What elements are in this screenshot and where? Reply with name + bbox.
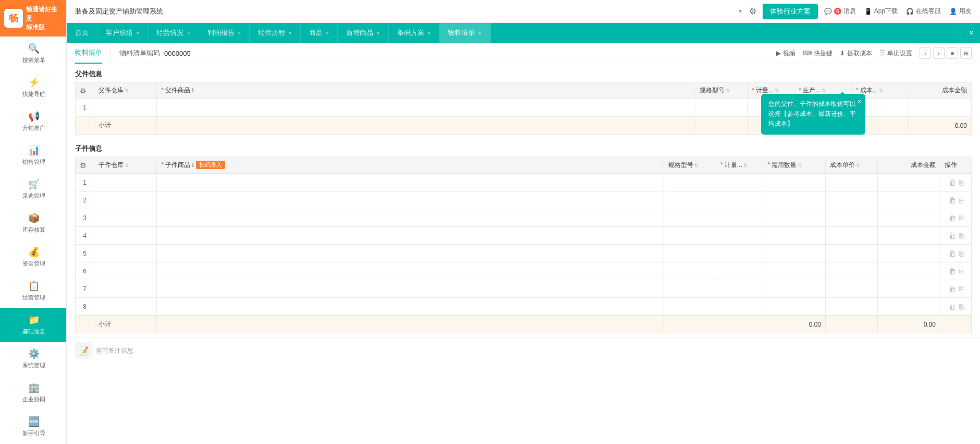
parent-row-product[interactable] [157, 99, 695, 117]
tab-close-customers[interactable]: × [136, 30, 139, 36]
child-row-cost-unit[interactable] [826, 262, 878, 280]
child-row-warehouse[interactable] [94, 262, 157, 280]
parent-product-info-icon[interactable]: ℹ [192, 87, 194, 93]
sidebar-item-search[interactable]: 🔍 搜索菜单 [0, 37, 66, 70]
delete-icon[interactable]: 🗑 [949, 285, 956, 293]
tab-products[interactable]: 商品 × [301, 23, 338, 43]
parent-th-settings[interactable]: ⚙ [76, 82, 94, 99]
delete-icon[interactable]: 🗑 [949, 267, 956, 275]
child-row-cost-amount[interactable] [878, 191, 940, 209]
close-all-tabs-button[interactable]: × [963, 28, 980, 38]
child-row-spec[interactable] [664, 280, 716, 298]
child-row-warehouse[interactable] [94, 298, 157, 316]
tab-profit-report[interactable]: 利润报告 × [199, 23, 250, 43]
sidebar-item-guide[interactable]: 🆕 新手引导 [0, 410, 66, 443]
tab-customers[interactable]: 客户联络 × [97, 23, 148, 43]
child-row-cost-unit[interactable] [826, 245, 878, 262]
child-row-unit[interactable] [716, 245, 763, 262]
child-row-cost-amount[interactable] [878, 298, 940, 316]
copy-icon[interactable]: ⎘ [959, 267, 963, 275]
sidebar-item-basic-info[interactable]: 📁 基础信息 [0, 308, 66, 342]
child-row-qty[interactable] [763, 262, 826, 280]
delete-icon[interactable]: 🗑 [949, 178, 956, 187]
child-row-spec[interactable] [664, 227, 716, 245]
app-download-button[interactable]: 📱 App下载 [864, 7, 898, 16]
nav-next-btn[interactable]: › [933, 47, 945, 59]
child-row-product[interactable] [157, 227, 664, 245]
child-row-product[interactable] [157, 262, 664, 280]
child-row-qty[interactable] [763, 209, 826, 227]
child-row-cost-amount[interactable] [878, 174, 940, 191]
delete-icon[interactable]: 🗑 [949, 232, 956, 240]
child-row-qty[interactable] [763, 227, 826, 245]
tooltip-close-button[interactable]: × [858, 97, 861, 107]
copy-icon[interactable]: ⎘ [959, 249, 963, 258]
child-row-cost-unit[interactable] [826, 227, 878, 245]
sidebar-item-operations[interactable]: 📋 经营管理 [0, 274, 66, 308]
child-row-cost-unit[interactable] [826, 174, 878, 191]
tab-close-barcode[interactable]: × [427, 30, 431, 36]
child-row-unit[interactable] [716, 298, 763, 316]
copy-icon[interactable]: ⎘ [959, 285, 963, 293]
tab-close-profit-report[interactable]: × [238, 30, 241, 36]
experience-button[interactable]: 体验行业方案 [763, 4, 818, 19]
delete-icon[interactable]: 🗑 [949, 196, 956, 205]
child-row-qty[interactable] [763, 191, 826, 209]
parent-row-spec[interactable] [695, 99, 748, 117]
video-toolbar-item[interactable]: ▶ 视频 [776, 49, 795, 58]
child-row-unit[interactable] [716, 191, 763, 209]
child-row-warehouse[interactable] [94, 227, 157, 245]
child-row-unit[interactable] [716, 209, 763, 227]
child-row-warehouse[interactable] [94, 209, 157, 227]
child-row-qty[interactable] [763, 280, 826, 298]
sidebar-item-inventory[interactable]: 📦 库存核算 [0, 206, 66, 240]
sidebar-item-sales[interactable]: 📊 销售管理 [0, 138, 66, 172]
sidebar-item-system[interactable]: ⚙️ 系统管理 [0, 342, 66, 376]
system-dropdown-arrow[interactable]: ▼ [738, 8, 743, 14]
child-row-spec[interactable] [664, 191, 716, 209]
child-row-unit[interactable] [716, 262, 763, 280]
tab-business-history[interactable]: 经营历程 × [250, 23, 300, 43]
child-row-unit[interactable] [716, 174, 763, 191]
child-product-info-icon[interactable]: ℹ [192, 162, 194, 168]
child-row-product[interactable] [157, 191, 664, 209]
delete-icon[interactable]: 🗑 [949, 249, 956, 258]
extract-cost-toolbar-item[interactable]: ⬇ 提取成本 [840, 49, 872, 58]
child-row-spec[interactable] [664, 209, 716, 227]
copy-icon[interactable]: ⎘ [959, 232, 963, 240]
child-row-cost-amount[interactable] [878, 227, 940, 245]
nav-menu-btn[interactable]: ≡ [947, 47, 958, 59]
child-row-warehouse[interactable] [94, 280, 157, 298]
child-row-cost-unit[interactable] [826, 280, 878, 298]
settings-icon[interactable]: ⚙ [749, 6, 756, 16]
child-row-cost-amount[interactable] [878, 262, 940, 280]
child-row-product[interactable] [157, 280, 664, 298]
shortcut-toolbar-item[interactable]: ⌨ 快捷键 [803, 49, 832, 58]
child-row-cost-unit[interactable] [826, 191, 878, 209]
notes-icon[interactable]: 📝 [75, 342, 92, 359]
child-row-cost-amount[interactable] [878, 280, 940, 298]
sidebar-item-purchase[interactable]: 🛒 采购管理 [0, 172, 66, 206]
nav-grid-btn[interactable]: ⊞ [960, 47, 972, 59]
tab-close-business-history[interactable]: × [288, 30, 291, 36]
child-row-spec[interactable] [664, 298, 716, 316]
child-row-cost-unit[interactable] [826, 298, 878, 316]
tab-operations-status[interactable]: 经营情况 × [148, 23, 199, 43]
child-row-product[interactable] [157, 209, 664, 227]
child-row-unit[interactable] [716, 227, 763, 245]
tab-close-products[interactable]: × [326, 30, 329, 36]
sub-tab-bom-list[interactable]: 物料清单 [75, 43, 102, 64]
delete-icon[interactable]: 🗑 [949, 303, 956, 311]
child-row-product[interactable] [157, 298, 664, 316]
child-row-cost-amount[interactable] [878, 245, 940, 262]
copy-icon[interactable]: ⎘ [959, 178, 963, 187]
tab-home[interactable]: 首页 [67, 23, 97, 43]
sidebar-item-quick-nav[interactable]: ⚡ 快捷导航 [0, 70, 66, 104]
user-button[interactable]: 👤 用友 [949, 7, 972, 16]
tab-new-products[interactable]: 新增商品 × [338, 23, 388, 43]
child-row-spec[interactable] [664, 245, 716, 262]
child-th-settings[interactable]: ⚙ [76, 157, 94, 174]
message-button[interactable]: 💬 6 消息 [824, 7, 856, 16]
child-row-qty[interactable] [763, 298, 826, 316]
copy-icon[interactable]: ⎘ [959, 196, 963, 205]
